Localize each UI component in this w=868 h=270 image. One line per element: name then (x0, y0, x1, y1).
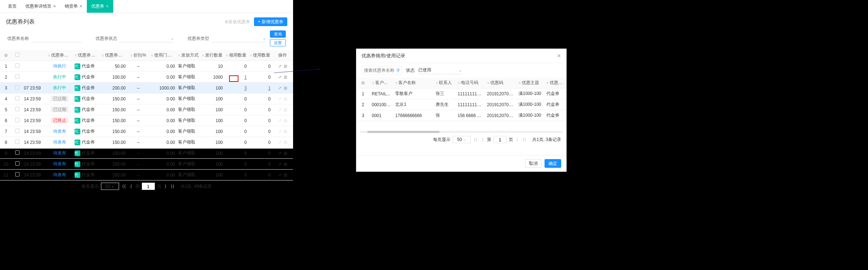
add-coupon-button[interactable]: + 新增优惠券 (254, 17, 287, 26)
table-row[interactable]: 307 23:59执行中代 代金券200.00--1000.00客户领取1003… (0, 83, 293, 94)
use-count-link[interactable]: 1 (268, 86, 271, 91)
column-header[interactable]: ⇅发行数量 (200, 50, 224, 61)
table-row[interactable]: 914 23:59待发布代 代金券150.00--0.00客户领取10000↗⊞ (0, 148, 293, 159)
table-row[interactable]: 614 23:59已终止代 代金券150.00--0.00客户领取10000↗⊞ (0, 115, 293, 126)
coupon-name-input[interactable] (31, 34, 82, 42)
modal-page-input[interactable] (494, 136, 507, 143)
share-icon[interactable]: ↗ (278, 75, 281, 80)
claim-count-link[interactable]: 1 (244, 75, 247, 80)
modal-column-header[interactable]: ⇅客户名称 (393, 78, 433, 88)
row-checkbox[interactable] (15, 74, 20, 79)
qr-icon[interactable]: ⊞ (284, 129, 287, 134)
table-row[interactable]: 1114 23:59待发布代 代金券150.00--0.00客户领取10000↗… (0, 170, 293, 180)
table-row[interactable]: 2执行中代 代金券100.00--0.00客户领取100010↗⊞ (0, 72, 293, 83)
tab-优惠券[interactable]: 优惠券✕ (87, 0, 113, 13)
prev-page-icon[interactable]: ⟨ (481, 137, 485, 142)
column-header[interactable]: 操作 (272, 50, 293, 61)
modal-column-header[interactable]: ⇅客户... (370, 78, 393, 88)
modal-search-input[interactable]: ⚲ (361, 66, 402, 75)
column-header[interactable] (12, 50, 22, 61)
row-checkbox[interactable] (15, 96, 20, 100)
coupon-status-select[interactable]: ⌄ (119, 34, 174, 42)
ok-button[interactable]: 确定 (545, 159, 561, 168)
modal-status-select[interactable]: 已使用 ⌄ (418, 66, 462, 74)
column-header[interactable]: ⇅优惠券类型 (73, 50, 100, 61)
last-page-icon[interactable]: ⟩⟩ (170, 184, 175, 189)
close-icon[interactable]: ✕ (557, 53, 561, 59)
modal-column-header[interactable]: ⇅优惠主题 (516, 78, 544, 88)
row-checkbox[interactable] (15, 63, 20, 68)
first-page-icon[interactable]: ⟨⟨ (473, 137, 479, 142)
table-row[interactable]: 714 23:59待发布代 代金券150.00--0.00客户领取10000↗⊞ (0, 126, 293, 137)
column-header[interactable] (22, 50, 46, 61)
distribute-coupon-button[interactable]: ⊕ 发放优惠券 (221, 17, 254, 26)
row-checkbox[interactable] (15, 129, 20, 133)
search-button[interactable]: 查询 (270, 30, 286, 38)
share-icon[interactable]: ↗ (278, 86, 281, 91)
horizontal-scrollbar[interactable] (360, 131, 563, 133)
row-checkbox[interactable] (15, 107, 20, 111)
last-page-icon[interactable]: ⟩⟩ (521, 137, 527, 142)
share-icon[interactable]: ↗ (278, 173, 281, 178)
share-icon[interactable]: ↗ (278, 96, 281, 101)
column-header[interactable]: ⇅发放方式 (177, 50, 200, 61)
claim-count-link[interactable]: 3 (244, 86, 247, 91)
table-row[interactable]: 414 23:59已过期代 代金券150.00--0.00客户领取10000↗⊞ (0, 94, 293, 104)
modal-column-header[interactable]: ⚙ (356, 78, 370, 88)
share-icon[interactable]: ↗ (278, 107, 281, 112)
share-icon[interactable]: ↗ (278, 118, 281, 123)
qr-icon[interactable]: ⊞ (284, 75, 287, 80)
table-row[interactable]: 814 23:59待发布代 代金券150.00--0.00客户领取10000↗⊞ (0, 137, 293, 148)
page-number-input[interactable] (142, 183, 155, 190)
row-checkbox[interactable] (15, 85, 20, 90)
share-icon[interactable]: ↗ (278, 162, 281, 167)
prev-page-icon[interactable]: ⟨ (129, 184, 133, 189)
qr-icon[interactable]: ⊞ (284, 118, 287, 123)
row-checkbox[interactable] (15, 161, 20, 166)
settings-button[interactable]: 设置 (270, 39, 286, 46)
row-checkbox[interactable] (15, 140, 20, 144)
share-icon[interactable]: ↗ (278, 140, 281, 145)
qr-icon[interactable]: ⊞ (284, 173, 287, 178)
qr-icon[interactable]: ⊞ (284, 86, 287, 91)
column-header[interactable]: ⇅折扣% (127, 50, 149, 61)
select-all-checkbox[interactable] (15, 53, 20, 57)
gear-icon[interactable]: ⚙ (4, 53, 8, 58)
modal-column-header[interactable]: ⇅优惠码 (485, 78, 516, 88)
gear-icon[interactable]: ⚙ (361, 80, 365, 86)
tab-首页[interactable]: 首页 (4, 0, 21, 13)
modal-per-page-select[interactable]: 50⌄ (453, 136, 471, 143)
column-header[interactable]: ⇅使用数量 (248, 50, 272, 61)
column-header[interactable]: ⇅优惠券面值 (100, 50, 127, 61)
next-page-icon[interactable]: ⟩ (515, 137, 519, 142)
tab-close-icon[interactable]: ✕ (79, 4, 82, 9)
share-icon[interactable]: ↗ (278, 129, 281, 134)
tab-close-icon[interactable]: ✕ (53, 4, 56, 9)
table-row[interactable]: 1014 23:59待发布代 代金券150.00--0.00客户领取10000↗… (0, 159, 293, 170)
next-page-icon[interactable]: ⟩ (164, 184, 168, 189)
share-icon[interactable]: ↗ (278, 64, 281, 69)
tab-销货单[interactable]: 销货单✕ (60, 0, 87, 13)
column-header[interactable]: ⚙ (0, 50, 12, 61)
column-header[interactable]: ⇅使用门槛... (149, 50, 176, 61)
share-icon[interactable]: ↗ (278, 151, 281, 156)
first-page-icon[interactable]: ⟨⟨ (121, 184, 127, 189)
modal-table-row[interactable]: 1RETAIL...零散客户张三111111111112019120701...… (356, 88, 566, 99)
modal-table-row[interactable]: 3000117666666666张156 6666 6...2019120701… (356, 110, 566, 121)
qr-icon[interactable]: ⊞ (284, 162, 287, 167)
coupon-type-select[interactable]: ⌄ (211, 34, 266, 42)
cancel-button[interactable]: 取消 (525, 159, 542, 168)
row-checkbox[interactable] (15, 150, 20, 155)
modal-column-header[interactable]: ⇅电话号码 (456, 78, 485, 88)
column-header[interactable]: ⇅领用数量 (224, 50, 248, 61)
row-checkbox[interactable] (15, 118, 20, 122)
qr-icon[interactable]: ⊞ (284, 107, 287, 112)
column-header[interactable]: ⇅优惠券状态 (46, 50, 73, 61)
table-row[interactable]: 1待执行代 代金券50.00--0.00客户领取1000↗⊞ (0, 61, 293, 72)
table-row[interactable]: 514 23:59已过期代 代金券150.00--0.00客户领取10000↗⊞ (0, 104, 293, 115)
per-page-select[interactable]: 50⌄ (101, 183, 119, 190)
tab-close-icon[interactable]: ✕ (106, 4, 109, 9)
modal-table-row[interactable]: 200010001北京1唐先生111111111112019120701...满… (356, 99, 566, 110)
modal-column-header[interactable]: ⇅优惠券类 (544, 78, 566, 88)
qr-icon[interactable]: ⊞ (284, 96, 287, 101)
